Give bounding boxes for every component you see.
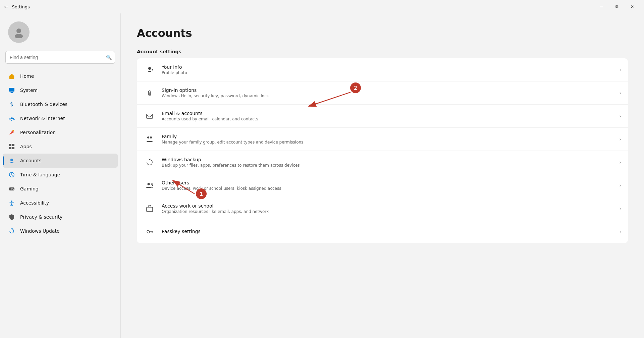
search-wrapper: 🔍	[5, 51, 115, 64]
sidebar-item-update[interactable]: Windows Update	[3, 224, 118, 238]
layout-wrapper: Accounts Account settings Your info Prof…	[121, 13, 644, 338]
settings-title-access-work-school: Access work or school	[162, 203, 613, 209]
settings-icon-windows-backup	[144, 156, 156, 168]
settings-desc-access-work-school: Organization resources like email, apps,…	[162, 209, 613, 214]
nav-icon-update	[8, 227, 15, 235]
settings-icon-access-work-school	[144, 203, 156, 215]
nav-icon-network	[8, 115, 15, 122]
nav-icon-accounts	[8, 157, 15, 164]
nav-label-apps: Apps	[20, 144, 32, 150]
nav-icon-time	[8, 171, 15, 178]
settings-text-family: Family Manage your family group, edit ac…	[162, 134, 613, 145]
svg-rect-10	[12, 147, 14, 149]
title-bar-title: Settings	[12, 4, 30, 9]
settings-icon-your-info	[144, 64, 156, 76]
svg-point-1	[15, 34, 23, 38]
sidebar-item-personalization[interactable]: Personalization	[3, 125, 118, 139]
sidebar-item-gaming[interactable]: Gaming	[3, 182, 118, 196]
sidebar-item-network[interactable]: Network & internet	[3, 111, 118, 125]
settings-title-email-accounts: Email & accounts	[162, 111, 613, 116]
nav-icon-gaming	[8, 185, 15, 192]
close-button[interactable]: ✕	[625, 1, 640, 12]
nav-icon-privacy	[8, 213, 15, 221]
settings-desc-sign-in-options: Windows Hello, security key, password, d…	[162, 94, 613, 98]
restore-button[interactable]: ⧉	[609, 1, 625, 12]
chevron-icon-sign-in-options: ›	[619, 90, 621, 96]
nav-items: Home System Bluetooth & devices Network …	[0, 69, 120, 338]
settings-item-family[interactable]: Family Manage your family group, edit ac…	[137, 128, 628, 151]
chevron-icon-other-users: ›	[619, 183, 621, 188]
settings-item-other-users[interactable]: Other users Device access, work or schoo…	[137, 174, 628, 197]
settings-title-passkey-settings: Passkey settings	[162, 229, 613, 234]
nav-label-system: System	[20, 88, 38, 93]
nav-label-personalization: Personalization	[20, 130, 56, 135]
svg-rect-4	[10, 93, 13, 93]
nav-label-home: Home	[20, 73, 34, 79]
svg-point-29	[148, 183, 150, 185]
app-container: 🔍 Home System Bluetooth & devices Networ…	[0, 13, 644, 338]
chevron-icon-access-work-school: ›	[619, 206, 621, 211]
settings-item-email-accounts[interactable]: Email & accounts Accounts used by email,…	[137, 105, 628, 128]
main-content: Accounts Account settings Your info Prof…	[121, 13, 644, 338]
settings-item-windows-backup[interactable]: Windows backup Back up your files, apps,…	[137, 151, 628, 174]
svg-point-30	[151, 183, 153, 185]
settings-title-other-users: Other users	[162, 180, 613, 185]
page-title: Accounts	[137, 27, 628, 40]
title-bar-controls: ─ ⧉ ✕	[594, 1, 640, 12]
sidebar-item-bluetooth[interactable]: Bluetooth & devices	[3, 97, 118, 111]
settings-desc-other-users: Device access, work or school users, kio…	[162, 186, 613, 191]
title-bar-left: ← Settings	[4, 4, 30, 10]
nav-icon-home	[8, 72, 15, 80]
settings-text-windows-backup: Windows backup Back up your files, apps,…	[162, 157, 613, 168]
settings-text-other-users: Other users Device access, work or schoo…	[162, 180, 613, 191]
sidebar-item-system[interactable]: System	[3, 83, 118, 97]
svg-rect-3	[11, 92, 13, 93]
chevron-icon-email-accounts: ›	[619, 113, 621, 119]
svg-point-0	[16, 29, 21, 33]
sidebar-item-apps[interactable]: Apps	[3, 139, 118, 154]
search-container: 🔍	[0, 48, 120, 69]
sidebar-item-home[interactable]: Home	[3, 69, 118, 83]
nav-icon-apps	[8, 143, 15, 150]
nav-label-network: Network & internet	[20, 116, 65, 121]
settings-icon-sign-in-options	[144, 87, 156, 99]
svg-point-16	[12, 188, 13, 189]
settings-icon-other-users	[144, 179, 156, 191]
settings-item-passkey-settings[interactable]: Passkey settings ›	[137, 220, 628, 243]
settings-text-passkey-settings: Passkey settings	[162, 229, 613, 235]
settings-list: Your info Profile photo › Sign-in option…	[137, 58, 628, 243]
settings-icon-family	[144, 133, 156, 145]
settings-title-sign-in-options: Sign-in options	[162, 88, 613, 93]
back-icon[interactable]: ←	[4, 4, 8, 10]
settings-icon-passkey-settings	[144, 226, 156, 238]
settings-icon-email-accounts	[144, 110, 156, 122]
chevron-icon-your-info: ›	[619, 67, 621, 72]
title-bar: ← Settings ─ ⧉ ✕	[0, 0, 644, 13]
settings-desc-windows-backup: Back up your files, apps, preferences to…	[162, 163, 613, 168]
settings-item-sign-in-options[interactable]: Sign-in options Windows Hello, security …	[137, 81, 628, 105]
sidebar: 🔍 Home System Bluetooth & devices Networ…	[0, 13, 121, 338]
settings-item-your-info[interactable]: Your info Profile photo ›	[137, 58, 628, 81]
svg-rect-2	[9, 88, 14, 92]
sidebar-item-time[interactable]: Time & language	[3, 168, 118, 182]
svg-point-11	[10, 159, 13, 161]
settings-desc-family: Manage your family group, edit account t…	[162, 140, 613, 145]
minimize-button[interactable]: ─	[594, 1, 609, 12]
chevron-icon-windows-backup: ›	[619, 160, 621, 165]
sidebar-item-accounts[interactable]: Accounts	[3, 154, 118, 168]
nav-label-update: Windows Update	[20, 228, 60, 234]
sidebar-item-accessibility[interactable]: Accessibility	[3, 196, 118, 210]
nav-icon-bluetooth	[8, 101, 15, 108]
settings-text-sign-in-options: Sign-in options Windows Hello, security …	[162, 88, 613, 98]
svg-rect-26	[147, 114, 153, 118]
chevron-icon-passkey-settings: ›	[619, 229, 621, 234]
avatar	[8, 21, 30, 43]
nav-label-privacy: Privacy & security	[20, 214, 62, 220]
svg-point-27	[147, 136, 149, 138]
sidebar-profile	[0, 13, 120, 48]
settings-item-access-work-school[interactable]: Access work or school Organization resou…	[137, 197, 628, 220]
nav-label-accessibility: Accessibility	[20, 200, 49, 206]
sidebar-item-privacy[interactable]: Privacy & security	[3, 210, 118, 224]
svg-point-18	[11, 201, 12, 202]
search-input[interactable]	[5, 51, 115, 64]
